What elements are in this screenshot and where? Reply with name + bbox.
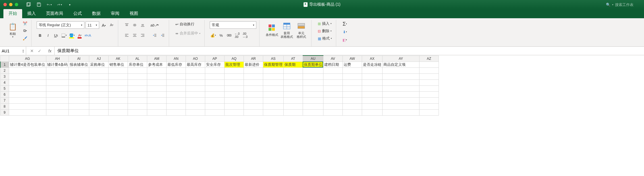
copy-button[interactable]: ⧉▾ — [22, 27, 28, 34]
tab-view[interactable]: 视图 — [124, 9, 143, 18]
cell[interactable] — [342, 97, 362, 103]
column-header[interactable]: AL — [128, 56, 147, 62]
minimize-window-button[interactable] — [9, 3, 13, 6]
cell[interactable] — [166, 97, 186, 103]
cell[interactable] — [147, 109, 166, 115]
column-header[interactable]: AO — [186, 56, 205, 62]
cell[interactable] — [382, 97, 419, 103]
cell[interactable] — [382, 79, 419, 85]
cell[interactable] — [224, 91, 244, 97]
cell[interactable] — [382, 109, 419, 115]
column-header[interactable]: AX — [362, 56, 382, 62]
cell[interactable]: 最新进价 — [244, 62, 263, 67]
cell[interactable] — [9, 73, 46, 79]
column-header[interactable]: AY — [382, 56, 419, 62]
cell[interactable] — [224, 97, 244, 103]
tab-formulas[interactable]: 公式 — [68, 9, 87, 18]
cell[interactable] — [323, 91, 342, 97]
cell[interactable] — [263, 91, 283, 97]
cell[interactable] — [283, 85, 303, 91]
paste-button[interactable]: 📋 粘贴 ▾ — [6, 20, 20, 40]
cell[interactable] — [224, 79, 244, 85]
cell[interactable] — [205, 91, 224, 97]
cell[interactable] — [244, 85, 263, 91]
cell[interactable] — [263, 73, 283, 79]
cell[interactable] — [186, 67, 205, 73]
cell[interactable] — [68, 73, 89, 79]
search-bar[interactable]: 🔍 ▾ — [606, 3, 641, 7]
align-top-button[interactable] — [123, 22, 130, 28]
column-header[interactable]: AH — [46, 56, 68, 62]
cell[interactable] — [205, 79, 224, 85]
column-header[interactable]: AZ — [419, 56, 439, 62]
cell[interactable] — [419, 91, 439, 97]
name-box[interactable]: ▲▼ — [0, 47, 26, 55]
merge-center-button[interactable]: ⬌合并后居中▾ — [174, 30, 201, 36]
cell[interactable] — [108, 91, 128, 97]
cell[interactable] — [419, 85, 439, 91]
cell[interactable] — [323, 67, 342, 73]
cell[interactable] — [362, 97, 382, 103]
save-icon[interactable] — [36, 2, 41, 7]
cell[interactable] — [89, 67, 108, 73]
align-left-button[interactable] — [123, 32, 130, 39]
tab-data[interactable]: 数据 — [87, 9, 106, 18]
cell[interactable] — [323, 97, 342, 103]
row-header[interactable]: 9 — [0, 109, 9, 115]
autosum-button[interactable]: Σ▾ — [341, 21, 348, 27]
orientation-button[interactable]: ab↗▾ — [151, 22, 158, 28]
cell[interactable] — [68, 67, 89, 73]
cell[interactable] — [108, 73, 128, 79]
zoom-window-button[interactable] — [15, 3, 18, 6]
column-header[interactable]: AQ — [224, 56, 244, 62]
cell[interactable] — [108, 85, 128, 91]
cell[interactable] — [362, 79, 382, 85]
column-header[interactable]: AN — [166, 56, 186, 62]
cell[interactable] — [108, 103, 128, 109]
fill-button[interactable]: ⬇▾ — [341, 28, 348, 35]
column-header[interactable]: AG — [9, 56, 46, 62]
align-bottom-button[interactable] — [139, 22, 146, 28]
tab-page-layout[interactable]: 页面布局 — [41, 9, 68, 18]
cell[interactable] — [46, 109, 68, 115]
cell[interactable] — [205, 73, 224, 79]
cell[interactable] — [108, 109, 128, 115]
cell[interactable] — [205, 109, 224, 115]
redo-icon[interactable]: ▾ — [57, 2, 62, 7]
cell[interactable] — [224, 103, 244, 109]
cell[interactable] — [147, 67, 166, 73]
cell[interactable] — [128, 97, 147, 103]
number-format-select[interactable]: 常规▾ — [210, 21, 256, 29]
cell[interactable] — [68, 97, 89, 103]
underline-button[interactable]: U▾ — [53, 32, 59, 39]
column-header[interactable]: AJ — [89, 56, 108, 62]
wrap-text-button[interactable]: ↩自动换行 — [174, 21, 201, 27]
cell[interactable] — [147, 103, 166, 109]
enter-formula-button[interactable]: ✓ — [38, 48, 41, 54]
tab-insert[interactable]: 插入 — [22, 9, 41, 18]
cell[interactable] — [9, 109, 46, 115]
cell[interactable] — [46, 91, 68, 97]
cell[interactable] — [166, 85, 186, 91]
cell[interactable] — [303, 79, 323, 85]
font-size-select[interactable]: 11▾ — [86, 21, 99, 29]
search-input[interactable] — [615, 3, 641, 7]
cell[interactable] — [283, 103, 303, 109]
cell[interactable] — [419, 67, 439, 73]
cell[interactable] — [303, 67, 323, 73]
column-header[interactable]: AT — [283, 56, 303, 62]
column-header[interactable]: AK — [108, 56, 128, 62]
cell[interactable] — [147, 85, 166, 91]
delete-cells-button[interactable]: ⊟删除▾ — [317, 28, 333, 34]
cell[interactable]: 报表辅单位 — [68, 62, 89, 67]
cell[interactable] — [244, 97, 263, 103]
cell[interactable] — [362, 109, 382, 115]
cell[interactable] — [46, 79, 68, 85]
cell[interactable] — [362, 91, 382, 97]
insert-cells-button[interactable]: ⊞插入▾ — [317, 21, 333, 27]
namebox-up-icon[interactable]: ▲ — [22, 49, 24, 51]
formula-input[interactable] — [55, 48, 644, 53]
cell[interactable] — [303, 109, 323, 115]
column-header[interactable]: AS — [263, 56, 283, 62]
cell[interactable] — [342, 73, 362, 79]
